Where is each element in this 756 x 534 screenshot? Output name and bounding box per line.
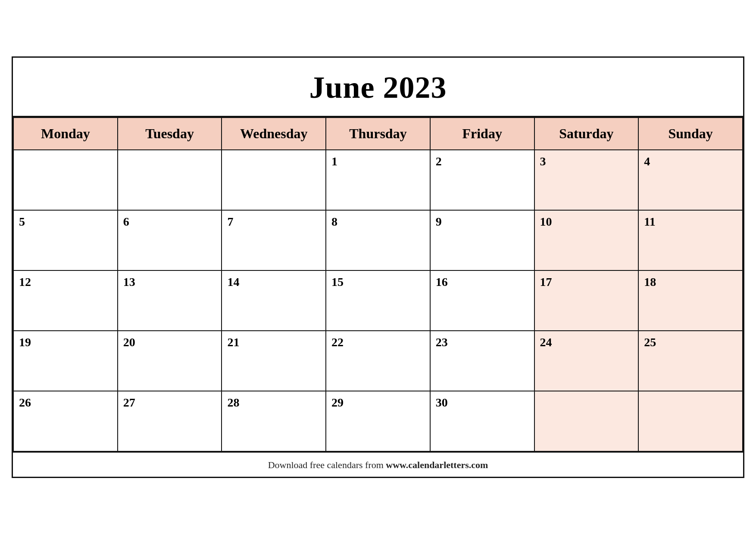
day-cell: 6 — [118, 210, 222, 270]
day-cell: 9 — [430, 210, 534, 270]
footer-text: Download free calendars from — [268, 459, 386, 470]
calendar-grid: MondayTuesdayWednesdayThursdayFridaySatu… — [13, 117, 743, 452]
day-cell: 18 — [638, 270, 743, 331]
day-cell: 22 — [326, 331, 430, 391]
calendar-footer: Download free calendars from www.calenda… — [13, 452, 743, 477]
day-cell: 1 — [326, 150, 430, 210]
day-cell — [534, 391, 639, 451]
header-wednesday: Wednesday — [222, 118, 326, 150]
week-row-1: 1234 — [13, 150, 743, 210]
day-cell: 29 — [326, 391, 430, 451]
day-cell: 21 — [222, 331, 326, 391]
day-cell: 2 — [430, 150, 534, 210]
day-cell: 14 — [222, 270, 326, 331]
day-cell: 24 — [534, 331, 639, 391]
day-cell: 4 — [638, 150, 743, 210]
day-cell — [638, 391, 743, 451]
header-monday: Monday — [13, 118, 118, 150]
day-cell: 8 — [326, 210, 430, 270]
header-saturday: Saturday — [534, 118, 639, 150]
week-row-3: 12131415161718 — [13, 270, 743, 331]
calendar-title: June 2023 — [13, 58, 743, 117]
day-cell: 30 — [430, 391, 534, 451]
day-cell: 25 — [638, 331, 743, 391]
week-row-4: 19202122232425 — [13, 331, 743, 391]
day-cell: 27 — [118, 391, 222, 451]
header-thursday: Thursday — [326, 118, 430, 150]
day-cell: 5 — [13, 210, 118, 270]
day-cell: 20 — [118, 331, 222, 391]
day-cell: 28 — [222, 391, 326, 451]
week-row-2: 567891011 — [13, 210, 743, 270]
day-cell: 23 — [430, 331, 534, 391]
day-cell: 7 — [222, 210, 326, 270]
day-cell — [13, 150, 118, 210]
week-row-5: 2627282930 — [13, 391, 743, 451]
day-cell: 10 — [534, 210, 639, 270]
header-sunday: Sunday — [638, 118, 743, 150]
day-cell: 26 — [13, 391, 118, 451]
day-cell: 16 — [430, 270, 534, 331]
calendar-page: June 2023 MondayTuesdayWednesdayThursday… — [12, 56, 744, 478]
day-cell — [222, 150, 326, 210]
day-cell: 13 — [118, 270, 222, 331]
day-cell: 12 — [13, 270, 118, 331]
day-cell: 3 — [534, 150, 639, 210]
day-cell: 17 — [534, 270, 639, 331]
day-cell: 15 — [326, 270, 430, 331]
footer-link: www.calendarletters.com — [386, 459, 488, 470]
day-cell: 19 — [13, 331, 118, 391]
day-cell — [118, 150, 222, 210]
header-friday: Friday — [430, 118, 534, 150]
header-row: MondayTuesdayWednesdayThursdayFridaySatu… — [13, 118, 743, 150]
day-cell: 11 — [638, 210, 743, 270]
header-tuesday: Tuesday — [118, 118, 222, 150]
